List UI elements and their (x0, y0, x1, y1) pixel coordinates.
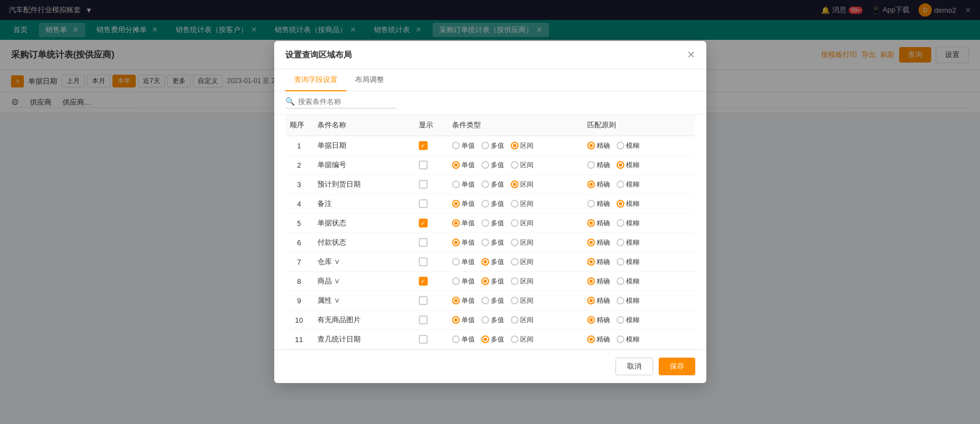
radio-circle-match-8-0 (587, 277, 595, 285)
radio-match-3-1[interactable]: 模糊 (617, 180, 639, 189)
radio-match-4-0[interactable]: 精确 (587, 199, 610, 209)
row-display-7[interactable] (414, 252, 448, 272)
radio-match-1-1[interactable]: 模糊 (617, 141, 639, 151)
row-display-5[interactable] (414, 214, 448, 233)
radio-label-type-5-2: 区间 (520, 219, 533, 228)
radio-match-7-0[interactable]: 精确 (587, 257, 610, 267)
radio-type-8-2[interactable]: 区间 (511, 277, 533, 286)
radio-circle-match-5-1 (617, 219, 624, 227)
radio-match-2-1[interactable]: 模糊 (617, 161, 639, 170)
row-name-10: 有无商品图片 (313, 311, 414, 330)
radio-circle-type-4-1 (481, 200, 489, 208)
radio-circle-type-7-2 (511, 258, 519, 266)
radio-circle-match-4-1 (617, 200, 624, 208)
row-display-2[interactable] (414, 156, 448, 175)
radio-type-3-1[interactable]: 多值 (481, 180, 504, 189)
radio-circle-type-2-0 (452, 161, 460, 169)
radio-type-7-1[interactable]: 多值 (481, 257, 504, 267)
table-row: 2单据编号单值多值区间精确模糊 (285, 156, 695, 175)
checkbox-display-8[interactable] (419, 277, 428, 286)
radio-type-6-0[interactable]: 单值 (452, 238, 475, 247)
radio-circle-type-10-0 (452, 316, 460, 324)
radio-circle-type-6-1 (481, 239, 489, 246)
checkbox-display-3[interactable] (419, 180, 428, 189)
radio-match-8-1[interactable]: 模糊 (617, 277, 639, 286)
checkbox-display-6[interactable] (419, 238, 428, 247)
radio-type-1-1[interactable]: 多值 (481, 141, 504, 151)
radio-match-2-0[interactable]: 精确 (587, 161, 610, 170)
table-row: 9属性 ∨单值多值区间精确模糊 (285, 291, 695, 311)
row-display-1[interactable] (414, 136, 448, 156)
radio-match-5-0[interactable]: 精确 (587, 219, 610, 228)
radio-label-match-6-1: 模糊 (626, 238, 639, 247)
radio-type-2-1[interactable]: 多值 (481, 161, 504, 170)
table-row: 5单据状态单值多值区间精确模糊 (285, 214, 695, 233)
checkbox-display-4[interactable] (419, 199, 428, 208)
radio-type-5-2[interactable]: 区间 (511, 219, 533, 228)
row-display-11[interactable] (414, 330, 448, 335)
row-order-6: 6 (285, 233, 314, 252)
radio-type-1-2[interactable]: 区间 (511, 141, 533, 151)
radio-match-4-1[interactable]: 模糊 (617, 199, 639, 209)
table-row: 7仓库 ∨单值多值区间精确模糊 (285, 252, 695, 272)
radio-match-9-1[interactable]: 模糊 (617, 296, 639, 306)
radio-type-9-1[interactable]: 多值 (481, 296, 504, 306)
radio-circle-type-3-2 (511, 180, 519, 188)
radio-type-2-2[interactable]: 区间 (511, 161, 533, 170)
radio-match-10-0[interactable]: 精确 (587, 316, 610, 325)
checkbox-display-10[interactable] (419, 316, 428, 324)
modal-tab-query-fields[interactable]: 查询字段设置 (285, 69, 346, 91)
radio-type-7-0[interactable]: 单值 (452, 257, 475, 267)
settings-modal: 设置查询区域布局 ✕ 查询字段设置 布局调整 🔍 顺序 条件名称 显示 (274, 41, 706, 334)
radio-type-2-0[interactable]: 单值 (452, 161, 475, 170)
row-display-6[interactable] (414, 233, 448, 252)
checkbox-display-1[interactable] (419, 141, 428, 150)
row-display-8[interactable] (414, 272, 448, 291)
checkbox-display-9[interactable] (419, 296, 428, 305)
radio-circle-type-2-1 (481, 161, 489, 169)
radio-label-match-6-0: 精确 (597, 238, 610, 247)
radio-type-10-2[interactable]: 区间 (511, 316, 533, 325)
modal-close-button[interactable]: ✕ (687, 49, 695, 61)
radio-match-8-0[interactable]: 精确 (587, 277, 610, 286)
radio-label-type-10-1: 多值 (491, 316, 504, 325)
radio-type-4-1[interactable]: 多值 (481, 199, 504, 209)
radio-match-6-0[interactable]: 精确 (587, 238, 610, 247)
table-row: 3预计到货日期单值多值区间精确模糊 (285, 175, 695, 194)
radio-label-match-1-0: 精确 (597, 141, 610, 151)
radio-match-5-1[interactable]: 模糊 (617, 219, 639, 228)
radio-type-4-0[interactable]: 单值 (452, 199, 475, 209)
modal-tab-layout[interactable]: 布局调整 (346, 69, 393, 91)
radio-type-9-2[interactable]: 区间 (511, 296, 533, 306)
radio-type-3-0[interactable]: 单值 (452, 180, 475, 189)
radio-label-type-7-1: 多值 (491, 257, 504, 267)
checkbox-display-2[interactable] (419, 161, 428, 169)
radio-match-9-0[interactable]: 精确 (587, 296, 610, 306)
row-display-9[interactable] (414, 291, 448, 311)
radio-type-8-0[interactable]: 单值 (452, 277, 475, 286)
radio-type-10-1[interactable]: 多值 (481, 316, 504, 325)
radio-type-5-1[interactable]: 多值 (481, 219, 504, 228)
radio-type-1-0[interactable]: 单值 (452, 141, 475, 151)
radio-type-7-2[interactable]: 区间 (511, 257, 533, 267)
row-display-4[interactable] (414, 194, 448, 214)
radio-type-6-1[interactable]: 多值 (481, 238, 504, 247)
radio-match-6-1[interactable]: 模糊 (617, 238, 639, 247)
search-input[interactable] (298, 97, 396, 106)
radio-type-8-1[interactable]: 多值 (481, 277, 504, 286)
checkbox-display-5[interactable] (419, 219, 428, 227)
radio-label-match-3-1: 模糊 (626, 180, 639, 189)
radio-type-9-0[interactable]: 单值 (452, 296, 475, 306)
radio-match-10-1[interactable]: 模糊 (617, 316, 639, 325)
radio-match-1-0[interactable]: 精确 (587, 141, 610, 151)
radio-type-4-2[interactable]: 区间 (511, 199, 533, 209)
row-display-10[interactable] (414, 311, 448, 330)
radio-type-6-2[interactable]: 区间 (511, 238, 533, 247)
row-display-3[interactable] (414, 175, 448, 194)
radio-type-3-2[interactable]: 区间 (511, 180, 533, 189)
radio-match-7-1[interactable]: 模糊 (617, 257, 639, 267)
radio-type-10-0[interactable]: 单值 (452, 316, 475, 325)
checkbox-display-7[interactable] (419, 257, 428, 266)
radio-type-5-0[interactable]: 单值 (452, 219, 475, 228)
radio-match-3-0[interactable]: 精确 (587, 180, 610, 189)
